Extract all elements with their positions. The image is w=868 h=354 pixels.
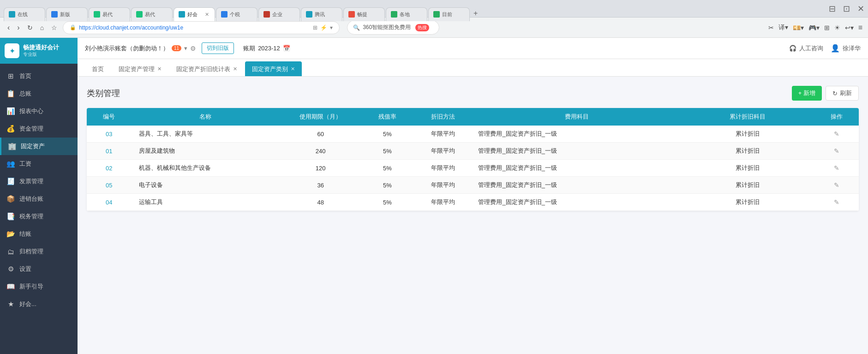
cell-rate: 5% [361, 194, 413, 211]
back-button[interactable]: ‹ [6, 22, 12, 34]
sidebar-item-归档管理[interactable]: 🗂 归档管理 [0, 243, 78, 260]
browser-tab-10[interactable]: 目前 [428, 7, 470, 21]
add-button[interactable]: + 新增 [792, 86, 822, 101]
lightning-icon[interactable]: ⚡ [320, 24, 327, 31]
sidebar-item-总账[interactable]: 📋 总账 [0, 85, 78, 102]
dropdown-icon[interactable]: ▾ [330, 24, 333, 31]
site-tools-icon[interactable]: ⊞ [313, 24, 317, 31]
refresh-button[interactable]: ↻ 刷新 [826, 86, 859, 101]
action-buttons: + 新增 ↻ 刷新 [792, 86, 859, 101]
tab-close-1[interactable]: ✕ [157, 66, 162, 72]
new-tab-button[interactable]: + [471, 9, 480, 18]
cell-actions[interactable]: ✎ [814, 126, 859, 143]
edit-icon[interactable]: ✎ [834, 198, 839, 206]
translate-icon[interactable]: 译▾ [778, 24, 788, 32]
wallet-icon[interactable]: 💴▾ [793, 24, 804, 31]
sidebar-item-报表中心[interactable]: 📊 报表中心 [0, 102, 78, 120]
search-box[interactable]: 🔍 360智能抠图免费用 热搜 [347, 20, 439, 35]
sidebar-icon-13: ★ [6, 300, 15, 308]
browser-tab-4[interactable]: 好会 ✕ [174, 7, 215, 21]
table-header-1: 名称 [132, 108, 280, 126]
account-name: 刘小艳演示账套（勿删勿动！） [85, 44, 169, 53]
maximize-icon[interactable]: ⊡ [843, 4, 850, 14]
browser-tab-3[interactable]: 易代 [131, 7, 173, 21]
sun-icon[interactable]: ☀ [834, 24, 840, 31]
sidebar-icon-6: 🧾 [6, 177, 15, 186]
cell-id: 04 [87, 194, 132, 211]
tab-close-3[interactable]: ✕ [291, 66, 295, 72]
tab-close-2[interactable]: ✕ [233, 66, 237, 72]
cell-accumulated: 累计折旧 [681, 160, 814, 177]
browser-tab-0[interactable]: 在线 [4, 7, 45, 21]
browser-tabs: 在线 新版 易代 易代 好会 ✕ 个税 企业 腾讯 畅提 各地 [4, 0, 829, 18]
sidebar-item-发票管理[interactable]: 🧾 发票管理 [0, 173, 78, 190]
sidebar-item-工资[interactable]: 👥 工资 [0, 155, 78, 173]
browser-tab-8[interactable]: 畅提 [343, 7, 385, 21]
scissors-icon[interactable]: ✂ [768, 24, 774, 31]
tab-3[interactable]: 固定资产类别 ✕ [245, 61, 302, 76]
browser-chrome: 在线 新版 易代 易代 好会 ✕ 个税 企业 腾讯 畅提 各地 [0, 0, 868, 18]
sidebar-item-资金管理[interactable]: 💰 资金管理 [0, 120, 78, 138]
tab-1[interactable]: 固定资产管理 ✕ [112, 61, 168, 76]
sidebar-item-设置[interactable]: ⚙ 设置 [0, 260, 78, 278]
edit-icon[interactable]: ✎ [834, 147, 839, 155]
cell-period: 60 [280, 126, 361, 143]
user-info[interactable]: 👤 徐泽华 [831, 44, 861, 53]
close-icon[interactable]: ✕ [857, 4, 864, 14]
top-bar-right: 🎧 人工咨询 👤 徐泽华 [789, 44, 861, 53]
table-header-3: 残值率 [361, 108, 413, 126]
edit-icon[interactable]: ✎ [834, 181, 839, 189]
settings-icon[interactable]: ⚙ [190, 45, 196, 52]
cell-id: 03 [87, 126, 132, 143]
history-icon[interactable]: ↩▾ [845, 24, 854, 31]
content-area: 类别管理 + 新增 ↻ 刷新 编号名称使用期限（月）残值率折旧方法费用科目累计折… [78, 77, 868, 354]
edit-icon[interactable]: ✎ [834, 130, 839, 138]
minimize-icon[interactable]: ⊟ [829, 4, 836, 14]
logo-icon: ✦ [5, 43, 19, 58]
tab-0[interactable]: 首页 [85, 61, 111, 76]
cell-period: 240 [280, 143, 361, 160]
cell-rate: 5% [361, 160, 413, 177]
browser-tab-2[interactable]: 易代 [89, 7, 130, 21]
cell-actions[interactable]: ✎ [814, 160, 859, 177]
cell-method: 年限平均 [413, 160, 473, 177]
tab-2[interactable]: 固定资产折旧统计表 ✕ [169, 61, 244, 76]
refresh-label: 刷新 [840, 89, 852, 97]
games-icon[interactable]: 🎮▾ [808, 24, 820, 31]
support-info[interactable]: 🎧 人工咨询 [789, 44, 823, 53]
browser-tab-6[interactable]: 企业 [258, 7, 300, 21]
browser-tab-7[interactable]: 腾讯 [301, 7, 342, 21]
sidebar-item-新手引导[interactable]: 📖 新手引导 [0, 278, 78, 295]
address-bar[interactable]: 🔒 https://cloud.chanjet.com/accounting/u… [63, 21, 340, 34]
sidebar-item-结账[interactable]: 📂 结账 [0, 225, 78, 243]
cell-period: 48 [280, 194, 361, 211]
home-button[interactable]: ⌂ [38, 22, 46, 33]
cell-actions[interactable]: ✎ [814, 143, 859, 160]
grid-icon[interactable]: ⊞ [824, 24, 830, 31]
bookmark-button[interactable]: ☆ [49, 22, 59, 33]
sidebar-item-固定资产[interactable]: 🏢 固定资产 [0, 138, 78, 155]
browser-tab-1[interactable]: 新版 [46, 7, 88, 21]
menu-icon[interactable]: ≡ [858, 24, 862, 32]
cell-actions[interactable]: ✎ [814, 177, 859, 194]
edit-icon[interactable]: ✎ [834, 164, 839, 172]
table-row: 04 运输工具 48 5% 年限平均 管理费用_固定资产折旧_一级 累计折旧 ✎ [87, 194, 859, 211]
table-header-4: 折旧方法 [413, 108, 473, 126]
switch-version-button[interactable]: 切到旧版 [202, 42, 234, 54]
sidebar-item-首页[interactable]: ⊞ 首页 [0, 67, 78, 85]
cell-accumulated: 累计折旧 [681, 177, 814, 194]
cell-actions[interactable]: ✎ [814, 194, 859, 211]
asset-category-table: 编号名称使用期限（月）残值率折旧方法费用科目累计折旧科目操作 03 器具、工具、… [87, 108, 859, 211]
sidebar-item-好会...[interactable]: ★ 好会... [0, 295, 78, 313]
cell-accumulated: 累计折旧 [681, 143, 814, 160]
browser-tab-9[interactable]: 各地 [386, 7, 427, 21]
forward-button[interactable]: › [15, 22, 21, 34]
cell-id: 05 [87, 177, 132, 194]
sidebar-item-税务管理[interactable]: 📑 税务管理 [0, 208, 78, 225]
reload-button[interactable]: ↻ [25, 22, 35, 33]
sidebar-icon-5: 👥 [6, 160, 15, 168]
browser-tab-5[interactable]: 个税 [216, 7, 257, 21]
dropdown-arrow[interactable]: ▾ [184, 45, 187, 52]
sidebar-item-进销台账[interactable]: 📦 进销台账 [0, 190, 78, 208]
calendar-icon[interactable]: 📅 [283, 45, 290, 52]
